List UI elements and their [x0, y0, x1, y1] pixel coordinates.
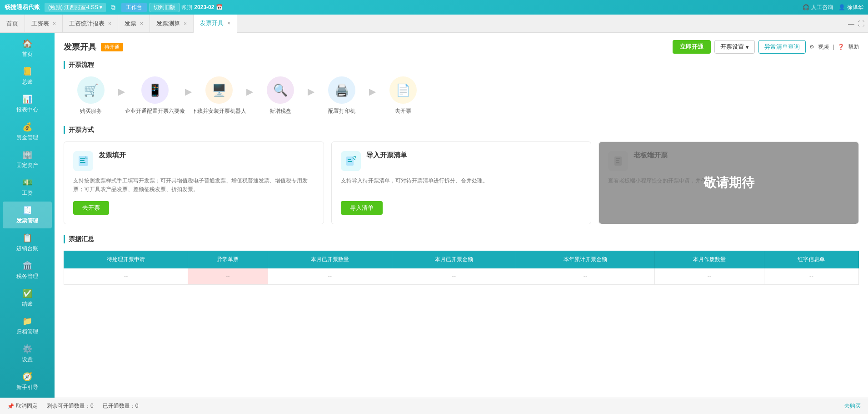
- tab-invoice-calc-close[interactable]: ×: [184, 20, 187, 27]
- config-step-label: 企业开通配置开票六要素: [125, 107, 185, 115]
- method-import-title-area: 导入开票清单: [366, 151, 407, 162]
- summary-td-void-count: --: [655, 268, 764, 285]
- config-step-icon: 📱: [141, 76, 169, 104]
- abnormal-query-button[interactable]: 异常清单查询: [758, 40, 806, 54]
- buy-link[interactable]: 去购买: [844, 402, 861, 410]
- sidebar-item-salary[interactable]: 💵 工资: [3, 174, 52, 201]
- summary-td-year-amount: --: [516, 268, 654, 285]
- help-area: ⚙ 视频 | ❓ 帮助: [809, 43, 859, 51]
- method-manual-title: 发票填开: [99, 151, 126, 160]
- svg-rect-6: [348, 161, 352, 162]
- summary-header-row: 待处理开票申请 异常单票 本月已开票数量 本月已开票金额 本年累计开票金额 本月…: [64, 251, 859, 268]
- sidebar-item-capital[interactable]: 💰 资金管理: [3, 118, 52, 145]
- top-bar-icon-group: ⧉: [109, 3, 118, 12]
- summary-td-pending: --: [64, 268, 188, 285]
- download-step-icon: 🖥️: [205, 76, 233, 104]
- summary-td-month-amount: --: [392, 268, 516, 285]
- open-settings-button[interactable]: 开票设置 ▾: [714, 40, 755, 54]
- user-menu[interactable]: 👤 徐泽华: [838, 4, 863, 11]
- chevron-down-icon: ▾: [746, 44, 749, 50]
- company-name: (勉励) 江西服室-LSS: [48, 4, 98, 10]
- flow-arrow-2: ▶: [185, 86, 192, 97]
- pin-button[interactable]: 📌 取消固定: [7, 402, 38, 410]
- sidebar-item-reports[interactable]: 📊 报表中心: [3, 91, 52, 117]
- buy-step-label: 购买服务: [80, 107, 102, 115]
- import-list-button[interactable]: 导入清单: [341, 201, 383, 215]
- flow-section-title: 开票流程: [64, 61, 859, 69]
- go-open-button[interactable]: 去开票: [73, 201, 109, 215]
- sidebar-item-purchase[interactable]: 📋 进销台账: [3, 229, 52, 256]
- flow-arrow-1: ▶: [118, 86, 125, 97]
- method-import-action: 导入清单: [341, 201, 582, 215]
- sidebar-item-invoice[interactable]: 🧾 发票管理: [3, 202, 52, 228]
- method-import-header: 导入开票清单: [341, 151, 582, 171]
- summary-data-row: -- -- -- -- -- -- --: [64, 268, 859, 285]
- sidebar-item-guide[interactable]: 🧭 新手引导: [3, 368, 52, 395]
- tab-invoice-calc[interactable]: 发票测算 ×: [150, 15, 194, 32]
- flow-step-config: 📱 企业开通配置开票六要素: [125, 76, 185, 115]
- tab-invoice[interactable]: 发票 ×: [118, 15, 150, 32]
- taxbox-step-label: 新增税盘: [269, 107, 291, 115]
- purchase-icon: 📋: [22, 233, 32, 243]
- tab-salary[interactable]: 工资表 ×: [25, 15, 63, 32]
- svg-rect-2: [80, 160, 85, 161]
- copy-icon[interactable]: ⧉: [109, 3, 118, 12]
- summary-td-abnormal: --: [188, 268, 268, 285]
- tab-bar: 首页 工资表 × 工资统计报表 × 发票 × 发票测算 × 发票开具 × — ⛶: [0, 15, 868, 33]
- switch-version-button[interactable]: 切到旧版: [150, 3, 180, 12]
- method-import-title: 导入开票清单: [366, 151, 407, 160]
- period-value: 2023-02: [194, 4, 214, 10]
- tab-salary-report-label: 工资统计报表: [69, 20, 105, 28]
- method-manual-desc: 支持按照发票样式手工填写开发票；可开具增值税电子普通发票、增值税普通发票、增值税…: [73, 177, 314, 194]
- ledger-icon: 📒: [22, 66, 32, 76]
- method-manual-icon: [73, 151, 93, 171]
- tab-home[interactable]: 首页: [0, 15, 25, 32]
- workspace-button[interactable]: 工作台: [121, 3, 147, 12]
- tab-salary-close[interactable]: ×: [53, 20, 56, 27]
- sidebar-checkout-label: 结账: [22, 300, 33, 308]
- tab-invoice-open[interactable]: 发票开具 ×: [194, 15, 237, 33]
- content-area: 发票开具 待开通 立即开通 开票设置 ▾ 异常清单查询 ⚙ 视频 | ❓ 帮助 …: [55, 33, 868, 398]
- open-now-button[interactable]: 立即开通: [673, 40, 711, 54]
- tab-salary-report-close[interactable]: ×: [108, 20, 111, 27]
- sidebar-item-archive[interactable]: 📁 归档管理: [3, 313, 52, 339]
- reports-icon: 📊: [22, 94, 32, 104]
- sidebar-item-settings[interactable]: ⚙️ 设置: [3, 340, 52, 367]
- summary-table: 待处理开票申请 异常单票 本月已开票数量 本月已开票金额 本年累计开票金额 本月…: [64, 251, 859, 285]
- tab-invoice-open-label: 发票开具: [200, 19, 224, 27]
- ticket-methods: 发票填开 支持按照发票样式手工填写开发票；可开具增值税电子普通发票、增值税普通发…: [64, 141, 859, 224]
- flow-arrow-5: ▶: [369, 86, 376, 97]
- tab-invoice-open-close[interactable]: ×: [227, 20, 230, 26]
- method-manual-title-area: 发票填开: [99, 151, 126, 162]
- flow-step-printer: 🖨️ 配置打印机: [314, 76, 369, 115]
- tab-maximize-icon[interactable]: ⛶: [858, 20, 864, 27]
- company-selector[interactable]: (勉励) 江西服室-LSS ▾: [45, 3, 106, 12]
- page-header: 发票开具 待开通 立即开通 开票设置 ▾ 异常清单查询 ⚙ 视频 | ❓ 帮助: [64, 40, 859, 54]
- open-step-label: 去开票: [395, 107, 411, 115]
- help-icon: ❓: [838, 44, 844, 50]
- salary-icon: 💵: [22, 177, 32, 187]
- period-edit-icon[interactable]: 📅: [216, 4, 223, 10]
- sidebar-ledger-label: 总账: [22, 78, 33, 86]
- settings-circle-icon: ⚙: [809, 44, 814, 50]
- archive-icon: 📁: [22, 316, 32, 326]
- sidebar-item-tax[interactable]: 🏛️ 税务管理: [3, 257, 52, 284]
- printer-step-icon: 🖨️: [328, 76, 355, 104]
- sidebar-item-assets[interactable]: 🏢 固定资产: [3, 146, 52, 173]
- sidebar-item-ledger[interactable]: 📒 总账: [3, 63, 52, 90]
- sidebar-item-checkout[interactable]: ✅ 结账: [3, 285, 52, 312]
- summary-section-title: 票据汇总: [64, 235, 859, 243]
- tab-minimize-icon[interactable]: —: [848, 20, 854, 27]
- consult-button[interactable]: 🎧 人工咨询: [803, 4, 833, 11]
- tab-invoice-close[interactable]: ×: [140, 20, 143, 27]
- tab-salary-report[interactable]: 工资统计报表 ×: [63, 15, 118, 32]
- period-info: 账期 2023-02 📅: [181, 4, 223, 11]
- summary-th-pending: 待处理开票申请: [64, 251, 188, 268]
- bottom-bar: 📌 取消固定 剩余可开通数量：0 已开通数量：0 去购买: [0, 398, 868, 414]
- capital-icon: 💰: [22, 122, 32, 132]
- open-settings-label: 开票设置: [720, 43, 744, 51]
- summary-th-month-count: 本月已开票数量: [268, 251, 392, 268]
- sidebar-item-home[interactable]: 🏠 首页: [3, 35, 52, 62]
- open-step-icon: 📄: [389, 76, 417, 104]
- flow-arrow-4: ▶: [308, 86, 314, 97]
